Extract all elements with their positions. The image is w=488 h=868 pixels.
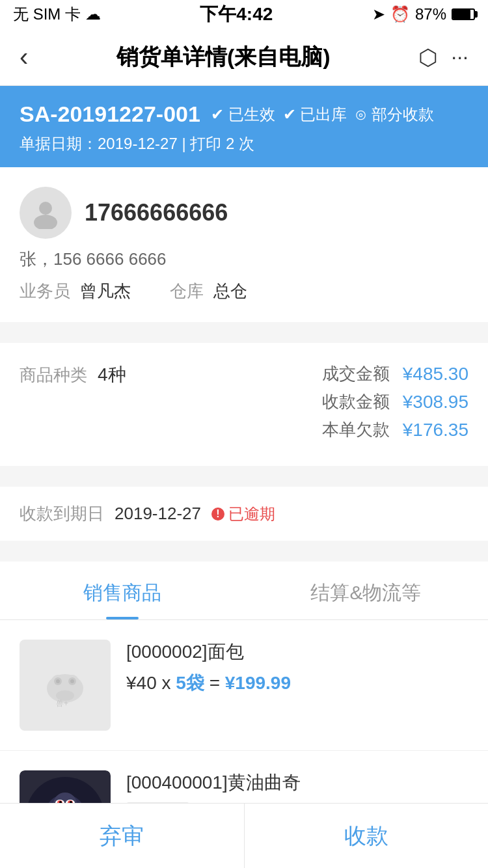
divider-1	[0, 332, 488, 343]
warehouse-value: 总仓	[213, 281, 247, 301]
product-total-bread: ¥199.99	[225, 673, 291, 693]
order-meta: 单据日期：2019-12-27 | 打印 2 次	[20, 133, 468, 154]
sales-value: 曾凡杰	[80, 281, 131, 301]
product-price-bread: ¥40 x 5袋 = ¥199.99	[126, 671, 468, 696]
customer-detail: 业务员 曾凡杰 仓库 总仓	[20, 280, 468, 303]
order-header: SA-20191227-001 ✔ 已生效 ✔ 已出库 ⊙ 部分收款 单据日期：…	[0, 86, 488, 167]
badge-shipped: ✔ 已出库	[283, 104, 347, 125]
product-info-bread: [0000002]面包 ¥40 x 5袋 = ¥199.99	[126, 640, 468, 696]
product-type-value: 4种	[98, 362, 126, 387]
status-bar: 无 SIM 卡 ☁ 下午4:42 ➤ ⏰ 87%	[0, 0, 488, 29]
badge-partial-payment: ⊙ 部分收款	[355, 104, 434, 125]
share-button[interactable]: ⬡	[418, 44, 438, 70]
overdue-section: 收款到期日 2019-12-27 ! 已逾期	[0, 487, 488, 541]
svg-text:兽+: 兽+	[56, 699, 68, 708]
order-badges: ✔ 已生效 ✔ 已出库 ⊙ 部分收款	[211, 104, 434, 125]
tab-billing[interactable]: 结算&物流等	[244, 562, 488, 619]
product-thumb-bread: 兽+	[20, 640, 111, 731]
status-time: 下午4:42	[200, 2, 273, 27]
tabs-row: 销售商品 结算&物流等	[0, 562, 488, 619]
product-equals-bread: =	[204, 673, 225, 693]
warehouse-label: 仓库	[170, 281, 204, 301]
received-value: ¥308.95	[403, 392, 468, 413]
alarm-icon: ⏰	[390, 5, 410, 23]
bottom-actions: 弃审 收款	[0, 803, 488, 868]
collect-payment-button[interactable]: 收款	[245, 804, 489, 868]
deal-amount-label: 成交金额	[322, 362, 390, 385]
battery-status: 87%	[415, 5, 446, 23]
tab-products[interactable]: 销售商品	[0, 562, 244, 619]
tab-billing-label: 结算&物流等	[310, 582, 421, 603]
amounts-right: 成交金额 ¥485.30 收款金额 ¥308.95 本单欠款 ¥176.35	[322, 362, 468, 446]
status-left: 无 SIM 卡 ☁	[13, 4, 101, 25]
product-name-cookie: [000400001]黄油曲奇	[126, 770, 468, 795]
received-label: 收款金额	[322, 390, 390, 413]
svg-point-0	[39, 202, 52, 215]
page-title: 销货单详情(来自电脑)	[116, 42, 331, 72]
nav-left: ‹	[20, 42, 28, 72]
received-amount-row: 收款金额 ¥308.95	[322, 390, 468, 413]
deal-amount-value: ¥485.30	[403, 364, 468, 385]
product-name-bread: [0000002]面包	[126, 640, 468, 664]
avatar	[20, 187, 72, 239]
customer-section: 17666666666 张，156 6666 6666 业务员 曾凡杰 仓库 总…	[0, 167, 488, 322]
overdue-date: 2019-12-27	[115, 504, 201, 524]
customer-sub-info: 张，156 6666 6666	[20, 248, 468, 271]
sim-status: 无 SIM 卡 ☁	[13, 4, 101, 25]
battery-icon	[452, 8, 475, 20]
svg-point-7	[56, 679, 60, 683]
summary-section: 商品种类 4种 成交金额 ¥485.30 收款金额 ¥308.95 本单欠款 ¥…	[0, 343, 488, 466]
product-type-row: 商品种类 4种	[20, 362, 126, 387]
product-price-text-bread: ¥40 x	[126, 673, 176, 693]
tab-products-label: 销售商品	[83, 582, 161, 603]
svg-point-8	[70, 679, 74, 683]
badge-effective: ✔ 已生效	[211, 104, 275, 125]
more-button[interactable]: ···	[451, 45, 468, 69]
overdue-dot-icon: !	[211, 508, 224, 521]
overdue-text: 已逾期	[228, 504, 275, 524]
divider-3	[0, 551, 488, 562]
overdue-label: 收款到期日	[20, 502, 104, 525]
product-qty-bread: 5袋	[176, 673, 204, 693]
owed-label: 本单欠款	[322, 418, 390, 441]
product-item: 兽+ [0000002]面包 ¥40 x 5袋 = ¥199.99	[0, 620, 488, 751]
sales-label: 业务员	[20, 281, 70, 301]
owed-value: ¥176.35	[403, 420, 468, 441]
deal-amount-row: 成交金额 ¥485.30	[322, 362, 468, 385]
order-id: SA-20191227-001	[20, 102, 200, 127]
owed-amount-row: 本单欠款 ¥176.35	[322, 418, 468, 441]
status-right: ➤ ⏰ 87%	[372, 5, 475, 23]
location-icon: ➤	[372, 5, 385, 23]
nav-bar: ‹ 销货单详情(来自电脑) ⬡ ···	[0, 29, 488, 86]
nav-right: ⬡ ···	[418, 44, 468, 70]
overdue-badge: ! 已逾期	[211, 504, 275, 524]
product-type-label: 商品种类	[20, 364, 87, 387]
svg-point-1	[34, 215, 57, 229]
tabs-section: 销售商品 结算&物流等	[0, 562, 488, 620]
abandon-review-button[interactable]: 弃审	[0, 804, 245, 868]
divider-2	[0, 476, 488, 487]
customer-phone: 17666666666	[85, 199, 228, 226]
back-button[interactable]: ‹	[20, 42, 28, 72]
